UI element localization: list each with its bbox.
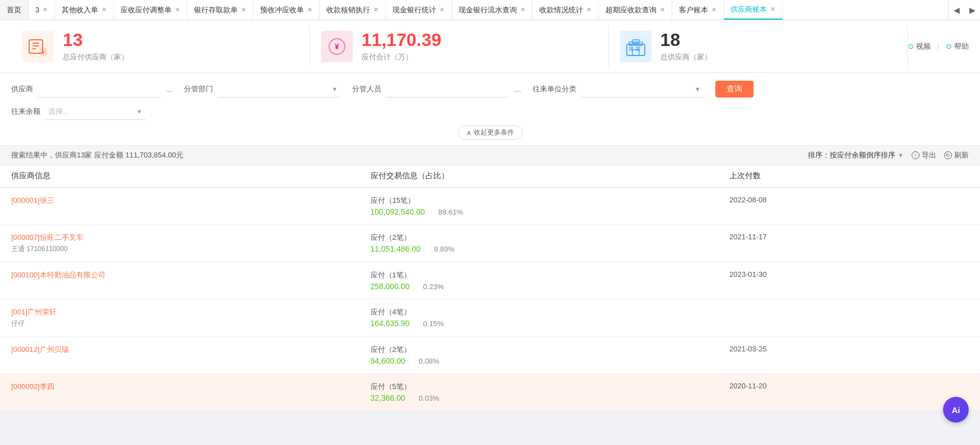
nav-tab-prepay-offset[interactable]: 预收冲应收单 ✕: [253, 0, 320, 20]
help-area: ⊙ 视频 | ⊙ 帮助: [908, 41, 969, 52]
nav-tab-collection-verify[interactable]: 收款核销执行 ✕: [320, 0, 386, 20]
svg-rect-13: [632, 40, 639, 43]
nav-tab-home[interactable]: 首页: [0, 0, 29, 20]
svg-text:¥: ¥: [41, 49, 45, 55]
nav-tab-bank-deposit[interactable]: 银行存取款单 ✕: [187, 0, 253, 20]
trade-amount-link[interactable]: 164,635.90: [371, 319, 410, 328]
payable-total-icon: ¥: [321, 31, 353, 62]
supplier-link[interactable]: [000012]广州贝瑞: [11, 345, 69, 354]
supplier-link[interactable]: [000007]恒旺二手叉车: [11, 233, 84, 242]
supplier-link[interactable]: [000100]本特勤油品有限公司: [11, 271, 105, 279]
supplier-input[interactable]: [38, 81, 161, 98]
nav-prev-button[interactable]: ◀: [949, 0, 964, 20]
person-input[interactable]: [386, 81, 509, 98]
nav-tab-overdue-ar-label: 超期应收款查询: [605, 5, 657, 15]
balance-select[interactable]: 选择... ▼: [45, 103, 146, 120]
trade-label: 应付（15笔）: [371, 196, 730, 206]
supplier-dots-button[interactable]: ...: [165, 84, 173, 94]
trade-label: 应付（1笔）: [371, 270, 730, 280]
query-button[interactable]: 查询: [715, 81, 754, 98]
close-icon[interactable]: ✕: [660, 6, 665, 13]
supplier-sub: 王通 17106110000: [11, 244, 371, 254]
nav-tab-home-label: 首页: [7, 5, 21, 15]
trade-row: 100,092,540.00 89.61%: [371, 207, 730, 216]
last-pay-cell: 2021-11-17: [729, 233, 969, 241]
nav-tab-overdue-ar[interactable]: 超期应收款查询 ✕: [599, 0, 672, 20]
supplier-sub: 仔仔: [11, 319, 371, 328]
close-icon[interactable]: ✕: [43, 6, 48, 13]
nav-tab-bank-deposit-label: 银行存取款单: [194, 5, 238, 15]
stat-payable-suppliers-label: 总应付供应商（家）: [63, 52, 128, 62]
close-icon[interactable]: ✕: [440, 6, 445, 13]
close-icon[interactable]: ✕: [307, 6, 312, 13]
category-select[interactable]: ▼: [581, 81, 704, 98]
nav-tab-3[interactable]: 3 ✕: [29, 0, 55, 20]
person-filter-label: 分管人员: [352, 84, 381, 94]
dept-select[interactable]: ▼: [218, 81, 341, 98]
trade-info-cell: 应付（15笔） 100,092,540.00 89.61%: [371, 196, 730, 216]
refresh-button[interactable]: ↻ 刷新: [944, 150, 969, 160]
nav-tab-cash-bank-stats[interactable]: 现金银行统计 ✕: [386, 0, 452, 20]
supplier-link[interactable]: [001]广州荣轩: [11, 308, 57, 316]
nav-tab-other-income[interactable]: 其他收入单 ✕: [55, 0, 114, 20]
nav-tab-3-label: 3: [35, 6, 39, 14]
trade-info-cell: 应付（1笔） 258,000.00 0.23%: [371, 270, 730, 291]
close-icon[interactable]: ✕: [586, 6, 591, 13]
trade-amount-link[interactable]: 100,092,540.00: [371, 207, 425, 216]
help-link[interactable]: ⊙ 帮助: [946, 41, 969, 52]
result-text: 搜索结果中，供应商13家 应付金额 111,703,854.00元: [11, 150, 183, 160]
close-icon[interactable]: ✕: [520, 6, 525, 13]
collapse-button[interactable]: ∧ 收起更多条件: [458, 126, 523, 140]
video-link[interactable]: ⊙ 视频: [908, 41, 931, 52]
supplier-link[interactable]: [000002]李四: [11, 382, 54, 391]
close-icon[interactable]: ✕: [241, 6, 246, 13]
last-pay-date: 2021-11-17: [729, 233, 767, 241]
close-icon[interactable]: ✕: [711, 6, 716, 13]
nav-tab-ar-ap-adjust[interactable]: 应收应付调整单 ✕: [114, 0, 187, 20]
nav-tab-customer-ledger[interactable]: 客户账本 ✕: [672, 0, 724, 20]
trade-amount-link[interactable]: 94,600.00: [371, 356, 405, 365]
sort-selector[interactable]: 排序：按应付余额倒序排序 ▼: [808, 150, 904, 160]
trade-amount-link[interactable]: 258,000.00: [371, 282, 410, 291]
stat-payable-suppliers-info: 13 总应付供应商（家）: [63, 30, 128, 62]
close-icon[interactable]: ✕: [770, 6, 775, 13]
person-dots-button[interactable]: ...: [514, 84, 521, 94]
supplier-cell: [000100]本特勤油品有限公司: [11, 270, 371, 280]
trade-amount-link[interactable]: 11,051,486.00: [371, 244, 421, 253]
trade-amount-link[interactable]: 32,366.00: [371, 393, 405, 402]
supplier-link[interactable]: [000001]张三: [11, 196, 54, 205]
refresh-label: 刷新: [954, 150, 969, 160]
balance-filter-label: 往来余额: [11, 106, 40, 117]
chevron-down-icon: ▼: [331, 86, 338, 92]
stat-payable-total-value: 11,170.39: [362, 30, 441, 50]
last-pay-cell: 2023-01-30: [729, 270, 969, 279]
nav-next-button[interactable]: ▶: [964, 0, 980, 20]
nav-tab-cash-bank-flow[interactable]: 现金银行流水查询 ✕: [452, 0, 533, 20]
stats-bar: ¥ 13 总应付供应商（家） ¥ 11,170.39 应付合计（万）: [0, 20, 980, 73]
trade-row: 258,000.00 0.23%: [371, 282, 730, 291]
svg-rect-10: [636, 47, 640, 51]
col-trade-info: 应付交易信息（占比）: [371, 171, 730, 181]
trade-info-cell: 应付（2笔） 11,051,486.00 9.89%: [371, 233, 730, 253]
table-row: [000002]李四 应付（5笔） 32,366.00 0.03% 2020-1…: [0, 374, 980, 411]
close-icon[interactable]: ✕: [373, 6, 378, 13]
close-icon[interactable]: ✕: [101, 6, 107, 13]
trade-pct: 0.03%: [419, 394, 440, 402]
person-filter: 分管人员 ...: [352, 81, 521, 98]
nav-tab-cash-bank-stats-label: 现金银行统计: [392, 5, 436, 15]
supplier-cell: [000007]恒旺二手叉车 王通 17106110000: [11, 233, 371, 254]
nav-tab-ar-ap-adjust-label: 应收应付调整单: [121, 5, 172, 15]
nav-tab-supplier-ledger[interactable]: 供应商账本 ✕: [724, 0, 783, 20]
result-summary: 搜索结果中，供应商13家 应付金额 111,703,854.00元: [11, 150, 183, 160]
svg-text:¥: ¥: [335, 42, 339, 51]
trade-pct: 89.61%: [438, 208, 463, 216]
nav-tab-collection-stats[interactable]: 收款情况统计 ✕: [533, 0, 599, 20]
table-row: [000100]本特勤油品有限公司 应付（1笔） 258,000.00 0.23…: [0, 262, 980, 299]
close-icon[interactable]: ✕: [175, 6, 180, 13]
export-button[interactable]: ↑ 导出: [912, 150, 936, 160]
sort-label-text: 排序：按应付余额倒序排序: [808, 150, 895, 160]
table-body: [000001]张三 应付（15笔） 100,092,540.00 89.61%…: [0, 188, 980, 411]
nav-tab-collection-verify-label: 收款核销执行: [326, 5, 370, 15]
supplier-payable-icon: ¥: [22, 31, 54, 62]
table-header: 供应商信息 应付交易信息（占比） 上次付数: [0, 165, 980, 188]
